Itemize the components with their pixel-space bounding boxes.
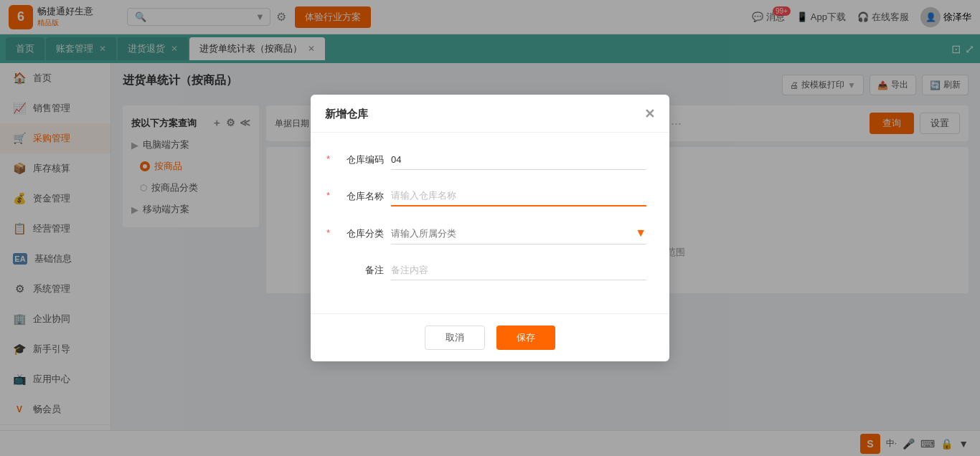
name-input[interactable] <box>391 186 646 206</box>
code-label: 仓库编码 <box>334 153 384 166</box>
new-warehouse-dialog: 新增仓库 ✕ 仓库编码 仓库名称 仓库分类 ▼ 备注 <box>311 95 669 361</box>
form-row-code: 仓库编码 <box>334 150 646 170</box>
form-row-name: 仓库名称 <box>334 186 646 206</box>
remark-input[interactable] <box>391 260 646 280</box>
dialog-body: 仓库编码 仓库名称 仓库分类 ▼ 备注 <box>311 133 669 313</box>
name-label: 仓库名称 <box>334 190 384 203</box>
modal-overlay[interactable]: 新增仓库 ✕ 仓库编码 仓库名称 仓库分类 ▼ 备注 <box>0 0 980 456</box>
cancel-button[interactable]: 取消 <box>425 326 485 350</box>
category-input[interactable] <box>391 228 635 239</box>
code-input[interactable] <box>391 150 646 170</box>
dialog-header: 新增仓库 ✕ <box>311 95 669 133</box>
save-button[interactable]: 保存 <box>496 326 555 350</box>
form-row-category: 仓库分类 ▼ <box>334 222 646 244</box>
dialog-title: 新增仓库 <box>325 108 368 121</box>
remark-label: 备注 <box>334 264 384 277</box>
dialog-footer: 取消 保存 <box>311 313 669 361</box>
category-select[interactable]: ▼ <box>391 222 646 244</box>
form-row-remark: 备注 <box>334 260 646 280</box>
dialog-close-button[interactable]: ✕ <box>644 106 655 122</box>
category-label: 仓库分类 <box>334 227 384 240</box>
category-arrow-icon: ▼ <box>635 227 646 239</box>
